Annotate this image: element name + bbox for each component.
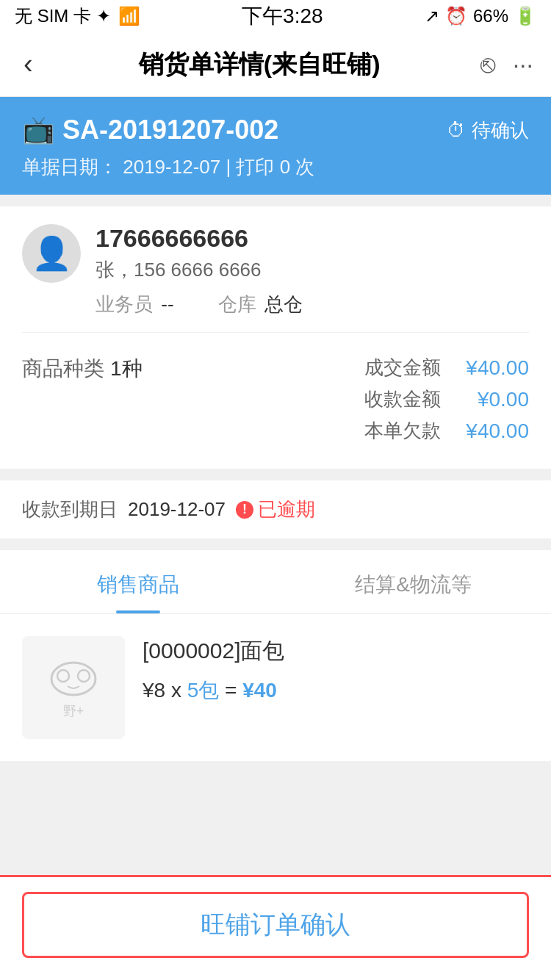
price-unit: ¥8 — [143, 679, 165, 702]
svg-point-2 — [78, 670, 90, 682]
product-item: 野+ [0000002]面包 ¥8 x 5包 = ¥40 — [0, 614, 551, 761]
transaction-label: 成交金额 — [364, 355, 441, 381]
customer-phone: 17666666666 — [96, 224, 529, 253]
owed-row: 本单欠款 ¥40.00 — [364, 418, 529, 444]
product-thumbnail: 野+ — [22, 636, 125, 739]
share-icon[interactable]: ⎋ — [480, 50, 495, 79]
sales-label: 业务员 — [96, 293, 153, 315]
warehouse-meta: 仓库 总仓 — [218, 292, 303, 317]
order-header: 📺 SA-20191207-002 ⏱ 待确认 单据日期： 2019-12-07… — [0, 97, 551, 195]
product-qty: 5包 — [187, 679, 220, 702]
battery-icon: 🔋 — [514, 6, 536, 26]
warehouse-value: 总仓 — [264, 293, 303, 315]
overdue-text: 已逾期 — [258, 497, 315, 522]
sales-meta: 业务员 -- — [96, 292, 174, 317]
date-label: 单据日期： — [22, 156, 118, 178]
sim-text: 无 SIM 卡 ✦ — [15, 4, 111, 28]
due-date-value: 2019-12-07 — [128, 498, 226, 521]
amount-summary: 成交金额 ¥40.00 收款金额 ¥0.00 本单欠款 ¥40.00 — [364, 355, 529, 444]
tabs-header: 销售商品 结算&物流等 — [0, 550, 551, 614]
multiply-sign: x — [171, 679, 187, 702]
tabs-section: 销售商品 结算&物流等 野+ [0000002]面包 ¥8 x — [0, 550, 551, 761]
overdue-badge: ! 已逾期 — [236, 497, 315, 522]
status-clock-icon: ⏱ — [447, 119, 466, 142]
confirm-btn-container: 旺铺订单确认 — [0, 875, 551, 980]
tab-settlement-label: 结算&物流等 — [355, 573, 472, 596]
transaction-row: 成交金额 ¥40.00 — [364, 355, 529, 381]
product-name: [0000002]面包 — [143, 636, 529, 666]
nav-actions: ⎋ ··· — [480, 50, 533, 79]
transaction-value: ¥40.00 — [455, 356, 529, 380]
location-icon: ↗ — [425, 6, 439, 26]
nav-bar: ‹ 销货单详情(来自旺铺) ⎋ ··· — [0, 32, 551, 97]
sales-value: -- — [161, 293, 173, 315]
order-icon: 📺 — [22, 115, 55, 145]
due-label: 收款到期日 — [22, 497, 118, 522]
product-logo: 野+ — [44, 655, 103, 720]
status-time: 下午3:28 — [242, 2, 323, 30]
page-title: 销货单详情(来自旺铺) — [139, 48, 381, 82]
status-text: 待确认 — [472, 118, 529, 143]
received-label: 收款金额 — [364, 386, 441, 412]
date-value: 2019-12-07 — [123, 156, 220, 178]
product-type-label: 商品种类 — [22, 355, 104, 383]
status-bar: 无 SIM 卡 ✦ 📶 下午3:28 ↗ ⏰ 66% 🔋 — [0, 0, 551, 32]
overdue-dot-icon: ! — [236, 501, 253, 519]
avatar: 👤 — [22, 224, 81, 283]
confirm-btn-label: 旺铺订单确认 — [201, 908, 350, 942]
more-icon[interactable]: ··· — [513, 50, 533, 79]
product-type: 商品种类 1种 — [22, 355, 143, 383]
customer-info: 17666666666 张，156 6666 6666 业务员 -- 仓库 总仓 — [96, 224, 529, 317]
due-date-section: 收款到期日 2019-12-07 ! 已逾期 — [0, 480, 551, 538]
alarm-icon: ⏰ — [445, 6, 467, 26]
back-button[interactable]: ‹ — [18, 43, 39, 86]
order-id-text: SA-20191207-002 — [62, 115, 278, 145]
summary-section: 商品种类 1种 成交金额 ¥40.00 收款金额 ¥0.00 本单欠款 ¥40.… — [22, 347, 529, 451]
product-type-value: 1种 — [110, 355, 143, 383]
divider-1 — [22, 332, 529, 333]
avatar-icon: 👤 — [32, 234, 72, 273]
confirm-order-button[interactable]: 旺铺订单确认 — [22, 892, 529, 958]
received-row: 收款金额 ¥0.00 — [364, 386, 529, 412]
order-date: 单据日期： 2019-12-07 | 打印 0 次 — [22, 154, 529, 180]
status-right: ↗ ⏰ 66% 🔋 — [425, 6, 536, 26]
battery-text: 66% — [473, 6, 508, 26]
wifi-icon: 📶 — [118, 6, 140, 26]
svg-point-1 — [57, 670, 69, 682]
product-price: ¥8 x 5包 = ¥40 — [143, 677, 529, 705]
print-info: | 打印 0 次 — [226, 156, 314, 178]
equals-sign: = — [225, 679, 242, 702]
product-info: [0000002]面包 ¥8 x 5包 = ¥40 — [143, 636, 529, 705]
customer-card: 👤 17666666666 张，156 6666 6666 业务员 -- 仓库 … — [0, 206, 551, 469]
status-badge: ⏱ 待确认 — [447, 118, 529, 143]
product-logo-text: 野+ — [63, 702, 84, 720]
customer-name: 张，156 6666 6666 — [96, 257, 529, 283]
received-value: ¥0.00 — [455, 388, 529, 411]
customer-meta: 业务员 -- 仓库 总仓 — [96, 292, 529, 317]
product-total: ¥40 — [242, 679, 277, 702]
tab-products[interactable]: 销售商品 — [0, 550, 276, 613]
owed-label: 本单欠款 — [364, 418, 441, 444]
tab-products-label: 销售商品 — [97, 573, 179, 596]
owed-value: ¥40.00 — [455, 419, 529, 443]
order-id: 📺 SA-20191207-002 — [22, 115, 278, 145]
status-left: 无 SIM 卡 ✦ 📶 — [15, 4, 140, 28]
warehouse-label: 仓库 — [218, 293, 256, 315]
tab-settlement[interactable]: 结算&物流等 — [276, 550, 551, 613]
